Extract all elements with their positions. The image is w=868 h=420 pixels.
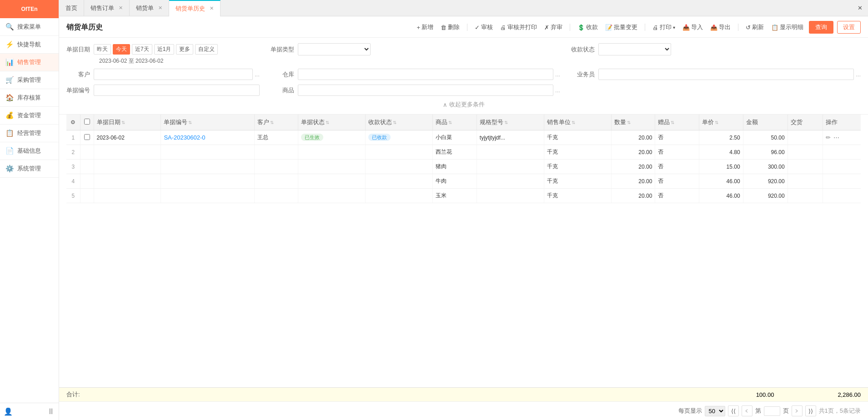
tab-sales-order[interactable]: 销售订单 ✕ [84,0,130,16]
date-btn-custom[interactable]: 自定义 [195,44,218,55]
show-detail-button[interactable]: 📋 显示明细 [769,22,805,33]
row-checkbox[interactable] [84,134,90,140]
print-icon: 🖨 [652,24,658,31]
prev-page-button[interactable]: ﹤ [742,405,753,416]
staff-input[interactable] [598,69,854,80]
tab-sales-order-close[interactable]: ✕ [119,5,123,11]
col-payment-status[interactable]: 收款状态 ⇅ [366,115,433,130]
tab-sales-goods-close[interactable]: ✕ [158,5,162,11]
finance-mgmt-icon: 💰 [5,111,14,120]
cell-doc-date-3 [94,174,161,189]
col-unit-sort[interactable]: ⇅ [572,120,575,125]
sidebar-item-quick-nav[interactable]: ⚡ 快捷导航 [0,36,59,54]
audit-print-button[interactable]: 🖨 审核并打印 [498,22,539,33]
cell-doc-no-0: SA-20230602-0 [161,130,254,145]
tab-sales-history-close[interactable]: ✕ [210,5,214,11]
main-area: 首页 销售订单 ✕ 销货单 ✕ 销货单历史 ✕ ✕ 销货单历史 + 新增 [59,0,868,420]
col-doc-status-sort[interactable]: ⇅ [326,120,329,125]
sidebar-item-ops-mgmt[interactable]: 📋 经营管理 [0,125,59,142]
date-btn-7days[interactable]: 近7天 [132,44,152,55]
cell-gift-0: 否 [655,130,699,145]
edit-icon-0[interactable]: ✏ [826,134,831,141]
customer-dots[interactable]: ... [255,71,260,78]
goods-input[interactable] [298,85,553,96]
add-button[interactable]: + 新增 [415,22,435,33]
col-qty[interactable]: 数量 ⇅ [611,115,655,130]
last-page-button[interactable]: ⟩⟩ [805,405,816,416]
col-unit-price-sort[interactable]: ⇅ [715,120,718,125]
col-payment-status-sort[interactable]: ⇅ [393,120,396,125]
staff-dots[interactable]: ... [856,71,861,78]
col-spec[interactable]: 规格型号 ⇅ [477,115,544,130]
sidebar-item-sys-mgmt[interactable]: ⚙️ 系统管理 [0,160,59,178]
refresh-button[interactable]: ↺ 刷新 [744,22,766,33]
cell-goods-4: 玉米 [433,189,477,203]
date-btn-1month[interactable]: 近1月 [154,44,175,55]
col-unit[interactable]: 销售单位 ⇅ [544,115,611,130]
col-customer[interactable]: 客户 ⇅ [254,115,298,130]
col-goods-sort[interactable]: ⇅ [448,120,452,125]
more-icon-0[interactable]: ⋯ [833,134,839,141]
col-gift[interactable]: 赠品 ⇅ [655,115,699,130]
sidebar-item-label: 搜索菜单 [17,23,41,31]
date-btn-yesterday[interactable]: 昨天 [94,44,111,55]
print-button[interactable]: 🖨 打印 ▾ [651,22,677,33]
date-btn-more[interactable]: 更多 [176,44,193,55]
goods-dots[interactable]: ... [555,87,560,94]
import-button[interactable]: 📥 导入 [681,22,705,33]
cell-doc-status-1 [298,145,366,160]
warehouse-dots[interactable]: ... [555,71,560,78]
col-doc-no-sort[interactable]: ⇅ [188,120,192,125]
col-spec-sort[interactable]: ⇅ [504,120,508,125]
cell-check-0 [80,130,94,145]
col-doc-date[interactable]: 单据日期 ⇅ [94,115,161,130]
col-unit-price-label: 单价 [702,118,714,126]
settings-button[interactable]: 设置 [837,21,861,34]
sidebar-item-stock-calc[interactable]: 🏠 库存核算 [0,89,59,107]
col-doc-status[interactable]: 单据状态 ⇅ [298,115,366,130]
collapse-button[interactable]: ∧ 收起更多条件 [66,100,861,109]
tab-sales-history[interactable]: 销货单历史 ✕ [169,0,221,16]
date-btn-today[interactable]: 今天 [113,44,130,55]
cell-customer-4 [254,189,298,203]
sidebar-item-search-menu[interactable]: 🔍 搜索菜单 [0,18,59,36]
filter-group-customer: 客户 ... [66,69,260,80]
purchase-mgmt-icon: 🛒 [5,76,14,84]
col-config[interactable]: ⚙ [66,115,80,130]
sidebar-item-sales-mgmt[interactable]: 📊 销售管理 [0,54,59,71]
col-gift-sort[interactable]: ⇅ [671,120,674,125]
col-customer-sort[interactable]: ⇅ [270,120,274,125]
tab-sales-goods[interactable]: 销货单 ✕ [130,0,169,16]
col-goods[interactable]: 商品 ⇅ [433,115,477,130]
col-unit-price[interactable]: 单价 ⇅ [699,115,743,130]
sidebar-item-finance-mgmt[interactable]: 💰 资金管理 [0,107,59,125]
doc-type-select[interactable] [298,43,371,55]
batch-change-button[interactable]: 📝 批量变更 [603,22,639,33]
customer-input[interactable] [94,69,253,80]
warehouse-input[interactable] [298,69,553,80]
next-page-button[interactable]: ﹥ [792,405,803,416]
per-page-select[interactable]: 50 [705,406,725,416]
collect-button[interactable]: 💲 收款 [576,22,600,33]
col-qty-sort[interactable]: ⇅ [627,120,631,125]
delete-button[interactable]: 🗑 删除 [439,22,462,33]
first-page-button[interactable]: ⟨⟨ [728,405,739,416]
tab-home[interactable]: 首页 [59,0,84,16]
doc-no-link-0[interactable]: SA-20230602-0 [164,134,205,141]
sidebar-item-basic-info[interactable]: 📄 基础信息 [0,142,59,160]
tab-close-all[interactable]: ✕ [852,5,868,11]
sidebar-collapse-icon[interactable]: ⏸ [47,407,55,416]
col-doc-no[interactable]: 单据编号 ⇅ [161,115,254,130]
payment-status-select[interactable] [598,43,671,55]
export-button[interactable]: 📤 导出 [708,22,733,33]
query-button[interactable]: 查询 [809,21,833,34]
col-doc-date-sort[interactable]: ⇅ [121,120,125,125]
abandon-button[interactable]: ✗ 弃审 [542,22,564,33]
docno-input[interactable] [94,85,260,96]
table-body: 12023-06-02SA-20230602-0王总已生效已收款小白菜tyjyt… [66,130,861,203]
page-number-input[interactable]: 1 [764,406,780,416]
audit-button[interactable]: ✓ 审核 [473,22,495,33]
col-gift-label: 赠品 [658,118,670,126]
select-all-checkbox[interactable] [84,119,90,125]
sidebar-item-purchase-mgmt[interactable]: 🛒 采购管理 [0,71,59,89]
